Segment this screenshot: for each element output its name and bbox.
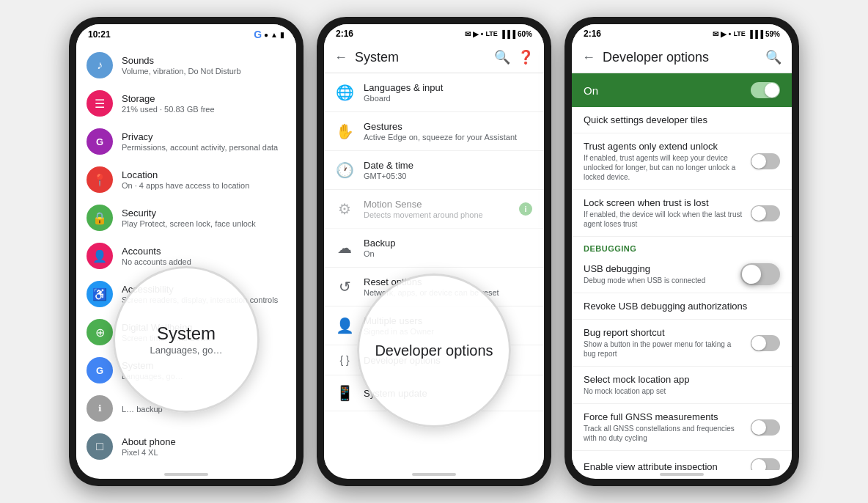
msg-icon-3: ✉ <box>713 30 718 38</box>
security-text: Security Play Protect, screen lock, face… <box>122 208 286 228</box>
usbdebugging-toggle[interactable] <box>740 263 780 285</box>
users-sub: Signed in as Owner <box>364 327 532 336</box>
dev-header-title: Developer options <box>603 50 758 65</box>
phone-2: 2:16 ✉ ▶ • LTE ▐▐▐ 60% ← System 🔍 ❓ <box>317 17 551 486</box>
video-icon: ▶ <box>473 30 479 38</box>
system-item-gestures[interactable]: ✋ Gestures Active Edge on, squeeze for y… <box>324 112 544 151</box>
system-item-languages[interactable]: 🌐 Languages & input Gboard <box>324 73 544 112</box>
system-item-motionsense[interactable]: ⚙ Motion Sense Detects movement around p… <box>324 190 544 229</box>
users-icon: 👤 <box>336 317 353 334</box>
dev-item-usbdebugging[interactable]: USB debugging Debug mode when USB is con… <box>572 256 792 293</box>
settings-item-sounds[interactable]: ♪ Sounds Volume, vibration, Do Not Distu… <box>76 46 296 84</box>
wifi-signal: ▲ <box>271 31 278 39</box>
settings-item-system[interactable]: G System Languages, go… <box>76 351 296 389</box>
accounts-sub: No accounts added <box>122 257 286 266</box>
info-sub: L… backup <box>122 405 286 414</box>
back-button-2[interactable]: ← <box>334 50 347 65</box>
dev-item-bugreport[interactable]: Bug report shortcut Show a button in the… <box>572 320 792 367</box>
home-bar-2 <box>412 473 456 476</box>
location-text: Location On · 4 apps have access to loca… <box>122 169 286 190</box>
digitalwellbeing-sub: Screen time, Wind Down <box>122 334 286 342</box>
quicksettings-title: Quick settings developer tiles <box>584 114 780 125</box>
google-g-icon: G <box>254 29 262 40</box>
dev-item-viewattribute[interactable]: Enable view attribute inspection <box>572 451 792 470</box>
system-header-title: System <box>355 50 487 65</box>
battery-2: 60% <box>518 30 532 38</box>
system-item-datetime[interactable]: 🕐 Date & time GMT+05:30 <box>324 151 544 190</box>
settings-item-info[interactable]: ℹ L… backup <box>76 389 296 427</box>
dot-icon-3: • <box>729 30 732 38</box>
system-item-users[interactable]: 👤 Multiple users Signed in as Owner <box>324 306 544 345</box>
gnss-title: Force full GNSS measurements <box>584 411 745 422</box>
settings-item-accounts[interactable]: 👤 Accounts No accounts added <box>76 237 296 275</box>
system-item-reset[interactable]: ↺ Reset options Network, apps, or device… <box>324 268 544 306</box>
battery-3: 59% <box>765 30 780 38</box>
dev-item-gnss[interactable]: Force full GNSS measurements Track all G… <box>572 404 792 451</box>
sounds-text: Sounds Volume, vibration, Do Not Disturb <box>122 55 286 76</box>
lte-label-3: LTE <box>733 30 745 37</box>
status-icons-3: ✉ ▶ • LTE ▐▐▐ 59% <box>713 30 780 38</box>
system-item-update[interactable]: 📱 System update <box>324 375 544 411</box>
dev-item-lockscreen[interactable]: Lock screen when trust is lost If enable… <box>572 190 792 237</box>
lockscreen-title: Lock screen when trust is lost <box>584 197 745 208</box>
video-icon-3: ▶ <box>721 30 727 38</box>
status-icons-2: ✉ ▶ • LTE ▐▐▐ 60% <box>465 30 532 38</box>
settings-item-digitalwellbeing[interactable]: ⊕ Digital Wellbeing Screen time, Wind Do… <box>76 313 296 351</box>
usbdebugging-title: USB debugging <box>584 263 735 274</box>
mocklocation-sub: No mock location app set <box>584 386 780 396</box>
aboutphone-title: About phone <box>122 436 286 447</box>
msg-icon: ✉ <box>465 30 471 38</box>
settings-item-security[interactable]: 🔒 Security Play Protect, screen lock, fa… <box>76 199 296 237</box>
devopt-icon: { } <box>336 354 353 366</box>
settings-item-tips[interactable]: ? Tips & support Help articles, phone & … <box>76 466 296 470</box>
lockscreen-toggle[interactable] <box>751 205 780 221</box>
search-button-2[interactable]: 🔍 <box>494 49 510 65</box>
settings-item-location[interactable]: 📍 Location On · 4 apps have access to lo… <box>76 161 296 199</box>
dev-header: ← Developer options 🔍 <box>572 42 792 73</box>
system-item-devopt[interactable]: { } Developer options <box>324 345 544 375</box>
reset-icon: ↺ <box>336 278 353 295</box>
trustagents-toggle[interactable] <box>751 153 780 169</box>
dev-on-bar: On <box>572 73 792 107</box>
settings-item-aboutphone[interactable]: □ About phone Pixel 4 XL <box>76 427 296 466</box>
privacy-title: Privacy <box>122 131 286 142</box>
lockscreen-sub: If enabled, the device will lock when th… <box>584 210 745 229</box>
dev-item-trustagents[interactable]: Trust agents only extend unlock If enabl… <box>572 133 792 190</box>
status-bar-2: 2:16 ✉ ▶ • LTE ▐▐▐ 60% <box>324 24 544 42</box>
dev-item-revokeusb[interactable]: Revoke USB debugging authorizations <box>572 293 792 320</box>
settings-item-accessibility[interactable]: ♿ Accessibility Screen readers, display,… <box>76 275 296 313</box>
dev-on-toggle[interactable] <box>751 82 780 98</box>
aboutphone-sub: Pixel 4 XL <box>122 448 286 457</box>
bugreport-sub: Show a button in the power menu for taki… <box>584 339 745 359</box>
sounds-title: Sounds <box>122 55 286 66</box>
datetime-icon: 🕐 <box>336 161 353 179</box>
time-1: 10:21 <box>88 29 111 40</box>
system-header: ← System 🔍 ❓ <box>324 42 544 73</box>
aboutphone-text: About phone Pixel 4 XL <box>122 436 286 457</box>
dev-item-mocklocation[interactable]: Select mock location app No mock locatio… <box>572 367 792 404</box>
security-icon: 🔒 <box>87 205 113 231</box>
viewattribute-toggle[interactable] <box>751 458 780 470</box>
languages-icon: 🌐 <box>336 84 353 101</box>
system-list: 🌐 Languages & input Gboard ✋ Gestures Ac… <box>324 73 544 470</box>
help-button-2[interactable]: ❓ <box>518 49 534 65</box>
settings-item-storage[interactable]: ☰ Storage 21% used · 50.83 GB free <box>76 84 296 122</box>
lte-label: LTE <box>485 30 497 37</box>
home-bar-1 <box>164 473 208 476</box>
gnss-toggle[interactable] <box>751 419 780 436</box>
bugreport-toggle[interactable] <box>751 335 780 351</box>
dot-icon: • <box>481 30 484 38</box>
signal-bars-3: ▐▐▐ <box>748 30 763 38</box>
settings-item-privacy[interactable]: G Privacy Permissions, account activity,… <box>76 122 296 161</box>
accounts-icon: 👤 <box>87 243 113 269</box>
storage-text: Storage 21% used · 50.83 GB free <box>122 93 286 114</box>
dev-item-quicksettings[interactable]: Quick settings developer tiles <box>572 107 792 133</box>
privacy-icon: G <box>87 128 113 155</box>
accounts-text: Accounts No accounts added <box>122 246 286 266</box>
search-button-3[interactable]: 🔍 <box>765 49 781 65</box>
signal-dots: ● <box>264 31 268 39</box>
privacy-text: Privacy Permissions, account activity, p… <box>122 131 286 152</box>
system-item-backup[interactable]: ☁ Backup On <box>324 229 544 268</box>
back-button-3[interactable]: ← <box>582 50 595 65</box>
accessibility-icon: ♿ <box>87 281 113 307</box>
